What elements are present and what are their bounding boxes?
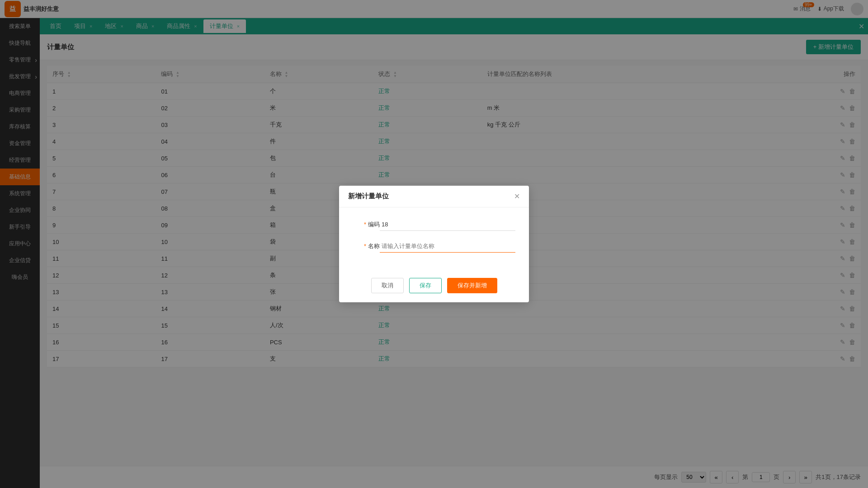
- modal-body: 编码 名称: [339, 207, 529, 272]
- modal-header: 新增计量单位 ✕: [339, 186, 529, 207]
- modal-overlay: 新增计量单位 ✕ 编码 名称 取消 保存 保存并新增: [0, 0, 868, 488]
- add-unit-modal: 新增计量单位 ✕ 编码 名称 取消 保存 保存并新增: [339, 186, 529, 302]
- cancel-button[interactable]: 取消: [371, 278, 404, 293]
- modal-close-button[interactable]: ✕: [514, 192, 520, 201]
- code-label: 编码: [353, 221, 380, 229]
- name-label: 名称: [353, 242, 380, 250]
- code-field-group: 编码: [353, 218, 515, 231]
- name-field-group: 名称: [353, 240, 515, 253]
- name-input[interactable]: [380, 240, 515, 253]
- code-input[interactable]: [380, 218, 515, 231]
- save-button[interactable]: 保存: [409, 278, 442, 293]
- modal-footer: 取消 保存 保存并新增: [339, 272, 529, 302]
- save-and-add-button[interactable]: 保存并新增: [447, 278, 497, 293]
- modal-title: 新增计量单位: [348, 192, 389, 201]
